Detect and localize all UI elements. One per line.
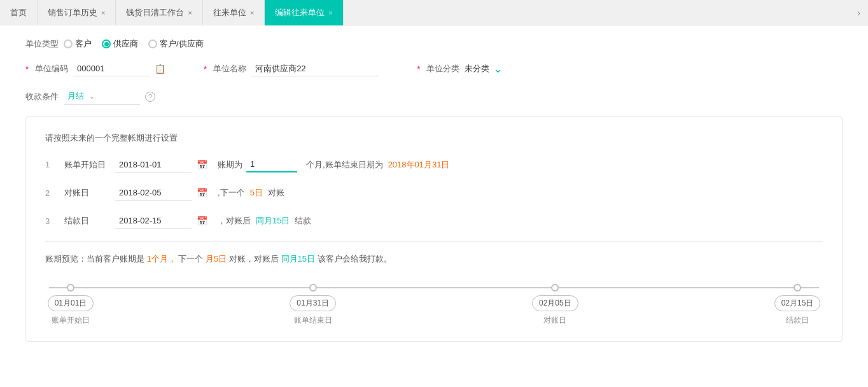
unit-category-field: * 单位分类 未分类 ⌄ <box>417 62 560 76</box>
row-3-desc-before: ，对账后 <box>218 215 251 227</box>
radio-supplier-circle <box>102 39 111 48</box>
setting-row-1: 1 账单开始日 📅 账期为 个月,账单结束日期为 2018年01月31日 <box>45 157 823 172</box>
preview-suffix: 该客户会给我打款。 <box>318 254 392 264</box>
row-2-desc-after: 对账 <box>268 187 284 199</box>
start-date-input[interactable] <box>115 157 192 172</box>
tab-home-label: 首页 <box>10 7 27 18</box>
preview-reconcile-date: 月5日 <box>206 254 227 264</box>
radio-both-label: 客户/供应商 <box>160 38 204 50</box>
chevron-down-icon: ⌄ <box>493 62 503 76</box>
tab-sales-history-label: 销售订单历史 <box>48 7 97 18</box>
unit-info-row: * 单位编码 📋 * 单位名称 * 单位分类 未分类 ⌄ <box>25 61 843 76</box>
payment-date-cal-icon[interactable]: 📅 <box>197 216 207 226</box>
unit-code-star: * <box>25 64 29 74</box>
radio-both-circle <box>148 39 157 48</box>
tab-partner-label: 往来单位 <box>213 7 246 18</box>
row-num-1: 1 <box>45 160 64 169</box>
timeline-label-2: 账单结束日 <box>294 315 332 326</box>
unit-name-label: 单位名称 <box>213 63 246 74</box>
radio-both[interactable]: 客户/供应商 <box>148 38 204 50</box>
tab-cash-daily[interactable]: 钱货日清工作台 × <box>116 0 202 25</box>
reconcile-date-cal-icon[interactable]: 📅 <box>197 188 207 198</box>
row-2-highlight: 5日 <box>250 187 263 199</box>
row-label-2: 对账日 <box>64 187 115 199</box>
unit-type-radio-group: 客户 供应商 客户/供应商 <box>64 38 204 50</box>
unit-code-field: * 单位编码 📋 <box>25 61 165 76</box>
row-3-highlight: 同月15日 <box>256 215 290 227</box>
timeline-point-3: 02月05日 对账日 <box>529 284 580 326</box>
row-3-desc-after: 结款 <box>295 215 311 227</box>
unit-category-dropdown[interactable]: 未分类 ⌄ <box>465 62 560 76</box>
preview-prefix: 账期预览：当前客户账期是 <box>45 254 144 264</box>
radio-customer-circle <box>64 39 73 48</box>
timeline-date-1: 01月01日 <box>48 295 94 311</box>
setting-row-3: 3 结款日 📅 ，对账后 同月15日 结款 <box>45 213 823 229</box>
row-num-3: 3 <box>45 216 64 226</box>
tab-cash-daily-close[interactable]: × <box>188 9 192 17</box>
row-label-1: 账单开始日 <box>64 159 115 171</box>
payment-terms-field: 收款条件 月结 ⌄ ? <box>25 88 155 105</box>
preview-period: 1个月， <box>147 254 176 264</box>
unit-code-label: 单位编码 <box>35 63 68 74</box>
help-icon[interactable]: ? <box>145 92 155 102</box>
setting-row-2: 2 对账日 📅 ,下一个 5日 对账 <box>45 185 823 201</box>
payment-terms-arrow-icon: ⌄ <box>89 93 94 100</box>
timeline-dot-3 <box>551 284 559 292</box>
row-1-desc-after: 个月,账单结束日期为 <box>306 159 383 171</box>
row-2-desc-before: ,下一个 <box>218 187 245 199</box>
timeline-point-4: 02月15日 结款日 <box>772 284 823 326</box>
row-1-desc-before: 账期为 <box>218 159 242 171</box>
preview-text: 账期预览：当前客户账期是 1个月， 下一个 月5日 对账，对账后 同月15日 该… <box>45 253 823 265</box>
tab-partner-close[interactable]: × <box>250 9 254 17</box>
timeline-label-1: 账单开始日 <box>52 315 90 326</box>
unit-category-star: * <box>417 64 420 74</box>
preview-payment-date: 同月15日 <box>281 254 315 264</box>
payment-terms-value: 月结 <box>67 90 84 102</box>
tab-home[interactable]: 首页 <box>0 0 38 25</box>
tab-cash-daily-label: 钱货日清工作台 <box>126 7 184 18</box>
reconcile-date-input[interactable] <box>115 185 192 201</box>
timeline-date-3: 02月05日 <box>532 295 578 311</box>
unit-type-field: 单位类型 客户 供应商 客户/供应商 <box>25 38 204 50</box>
timeline-spacer-1 <box>96 284 288 287</box>
preview-reconcile-prefix: 下一个 <box>178 254 203 264</box>
timeline-date-2: 01月31日 <box>290 295 336 311</box>
tab-bar: 首页 销售订单历史 × 钱货日清工作台 × 往来单位 × 编辑往来单位 × › <box>0 0 868 25</box>
main-content: 单位类型 客户 供应商 客户/供应商 * 单位编码 <box>0 25 868 387</box>
unit-type-row: 单位类型 客户 供应商 客户/供应商 <box>25 38 843 50</box>
timeline-dot-1 <box>67 284 74 292</box>
tab-more-button[interactable]: › <box>850 8 868 18</box>
period-input[interactable] <box>246 157 297 172</box>
start-date-cal-icon[interactable]: 📅 <box>197 160 207 170</box>
separator <box>45 241 823 242</box>
radio-supplier[interactable]: 供应商 <box>102 38 138 50</box>
row-1-highlight: 2018年01月31日 <box>388 159 450 171</box>
unit-name-star: * <box>204 64 207 74</box>
unit-code-input[interactable] <box>73 61 150 76</box>
settings-card: 请按照未来的一个完整帐期进行设置 1 账单开始日 📅 账期为 个月,账单结束日期… <box>25 116 843 342</box>
payment-terms-row: 收款条件 月结 ⌄ ? <box>25 88 843 105</box>
timeline-spacer-2 <box>339 284 530 287</box>
preview-reconcile-suffix: 对账，对账后 <box>229 254 279 264</box>
tab-partner[interactable]: 往来单位 × <box>203 0 265 25</box>
timeline-label-4: 结款日 <box>786 315 809 326</box>
row-label-3: 结款日 <box>64 215 115 227</box>
payment-terms-label: 收款条件 <box>25 91 59 102</box>
timeline-dot-4 <box>794 284 801 292</box>
payment-date-input[interactable] <box>115 213 192 229</box>
payment-terms-dropdown[interactable]: 月结 ⌄ <box>64 88 140 105</box>
radio-customer[interactable]: 客户 <box>64 38 92 50</box>
tab-sales-history-close[interactable]: × <box>101 9 105 17</box>
row-num-2: 2 <box>45 188 64 198</box>
tab-edit-partner[interactable]: 编辑往来单位 × <box>265 0 343 25</box>
unit-code-icon[interactable]: 📋 <box>155 64 165 74</box>
timeline-date-4: 02月15日 <box>774 295 821 311</box>
timeline-point-1: 01月01日 账单开始日 <box>45 284 96 326</box>
unit-name-input[interactable] <box>251 61 379 76</box>
timeline-dot-2 <box>309 284 317 292</box>
tab-edit-partner-close[interactable]: × <box>328 9 332 17</box>
radio-customer-label: 客户 <box>75 38 92 50</box>
timeline-point-2: 01月31日 账单结束日 <box>288 284 339 326</box>
unit-name-field: * 单位名称 <box>204 61 379 76</box>
tab-sales-history[interactable]: 销售订单历史 × <box>38 0 116 25</box>
